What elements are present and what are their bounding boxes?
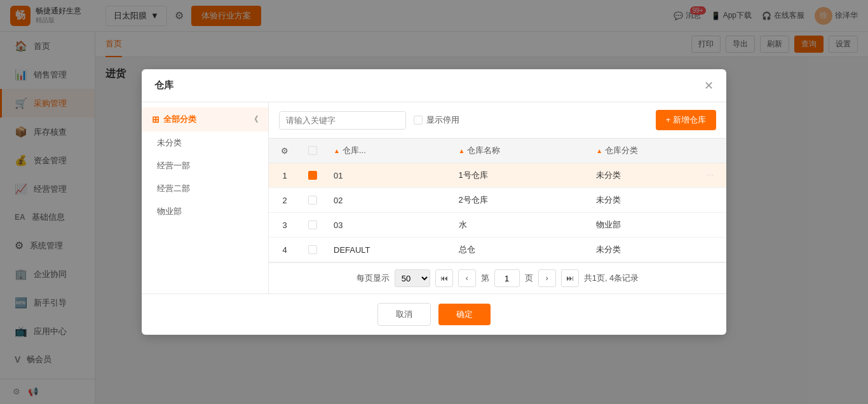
category-header-label: 全部分类 bbox=[163, 114, 196, 125]
row-category: 未分类··· bbox=[588, 163, 726, 188]
row-code: 02 bbox=[326, 188, 451, 213]
modal-footer: 取消 确定 bbox=[142, 293, 726, 335]
row-name: 2号仓库 bbox=[451, 188, 589, 213]
cat-item-uncategorized[interactable]: 未分类 bbox=[142, 131, 268, 154]
row-name: 1号仓库 bbox=[451, 163, 589, 188]
search-input[interactable] bbox=[280, 112, 399, 129]
row-code: DEFAULT bbox=[326, 238, 451, 262]
th-checkbox[interactable] bbox=[301, 138, 326, 163]
cancel-button[interactable]: 取消 bbox=[377, 303, 431, 326]
table-header-row: ⚙ ▲ 仓库... ▲ bbox=[269, 138, 726, 163]
row-checkbox-cell[interactable] bbox=[301, 163, 326, 188]
table-row[interactable]: 3 03 水 物业部 bbox=[269, 213, 726, 238]
show-disabled-checkbox[interactable] bbox=[414, 116, 423, 125]
modal-overlay: 仓库 ✕ ⊞ 全部分类 《 未分类 经营一部 经营二部 物业部 bbox=[0, 0, 868, 404]
cat-item-ops1[interactable]: 经营一部 bbox=[142, 154, 268, 177]
th-category[interactable]: ▲ 仓库分类 bbox=[588, 138, 726, 163]
search-box: 🔍 bbox=[279, 111, 406, 130]
last-page-btn[interactable]: ⏭ bbox=[561, 269, 579, 287]
sort-icon: ▲ bbox=[334, 147, 340, 154]
modal-toolbar: 🔍 显示停用 + 新增仓库 bbox=[269, 102, 726, 138]
table-row[interactable]: 1 01 1号仓库 未分类··· bbox=[269, 163, 726, 188]
sort-icon-cat: ▲ bbox=[596, 147, 602, 154]
category-sidebar: ⊞ 全部分类 《 未分类 经营一部 经营二部 物业部 bbox=[142, 102, 269, 293]
table-row[interactable]: 4 DEFAULT 总仓 未分类 bbox=[269, 238, 726, 262]
total-info: 共1页, 4条记录 bbox=[584, 273, 639, 284]
show-disabled-label: 显示停用 bbox=[426, 114, 459, 126]
pagination: 每页显示 50 20 100 ⏮ ‹ 第 页 › ⏭ 共1页, 4条记录 bbox=[269, 262, 726, 293]
confirm-button[interactable]: 确定 bbox=[438, 304, 491, 325]
modal-header: 仓库 ✕ bbox=[142, 69, 726, 102]
table-row[interactable]: 2 02 2号仓库 未分类 bbox=[269, 188, 726, 213]
row-category: 未分类 bbox=[588, 188, 726, 213]
close-icon[interactable]: ✕ bbox=[704, 80, 714, 91]
row-name: 水 bbox=[451, 213, 589, 238]
first-page-btn[interactable]: ⏮ bbox=[435, 269, 453, 287]
sort-icon-name: ▲ bbox=[459, 147, 465, 154]
grid-icon: ⊞ bbox=[152, 114, 159, 125]
row-checkbox[interactable] bbox=[308, 220, 317, 229]
row-checkbox[interactable] bbox=[308, 245, 317, 254]
row-category: 未分类 bbox=[588, 238, 726, 262]
th-settings[interactable]: ⚙ bbox=[269, 138, 301, 163]
cat-item-ops2[interactable]: 经营二部 bbox=[142, 177, 268, 200]
row-checkbox-cell[interactable] bbox=[301, 213, 326, 238]
collapse-icon[interactable]: 《 bbox=[250, 114, 258, 125]
warehouse-modal: 仓库 ✕ ⊞ 全部分类 《 未分类 经营一部 经营二部 物业部 bbox=[142, 69, 726, 335]
row-num: 2 bbox=[269, 188, 301, 213]
row-checkbox-cell[interactable] bbox=[301, 238, 326, 262]
search-button[interactable]: 🔍 bbox=[399, 112, 406, 129]
row-actions-icon[interactable]: ··· bbox=[707, 170, 714, 179]
row-checkbox[interactable] bbox=[308, 171, 317, 180]
page-suffix: 页 bbox=[525, 273, 533, 284]
cat-item-property[interactable]: 物业部 bbox=[142, 200, 268, 223]
category-header[interactable]: ⊞ 全部分类 《 bbox=[142, 107, 268, 131]
modal-title: 仓库 bbox=[154, 79, 173, 91]
row-checkbox-cell[interactable] bbox=[301, 188, 326, 213]
warehouse-table: ⚙ ▲ 仓库... ▲ bbox=[269, 138, 726, 262]
row-checkbox[interactable] bbox=[308, 196, 317, 205]
show-disabled-toggle[interactable]: 显示停用 bbox=[414, 114, 459, 126]
row-num: 1 bbox=[269, 163, 301, 188]
modal-body: ⊞ 全部分类 《 未分类 经营一部 经营二部 物业部 🔍 bbox=[142, 102, 726, 293]
row-code: 01 bbox=[326, 163, 451, 188]
page-label: 第 bbox=[481, 273, 489, 284]
modal-main: 🔍 显示停用 + 新增仓库 ⚙ bbox=[269, 102, 726, 293]
th-code[interactable]: ▲ 仓库... bbox=[326, 138, 451, 163]
next-page-btn[interactable]: › bbox=[538, 269, 556, 287]
th-name[interactable]: ▲ 仓库名称 bbox=[451, 138, 589, 163]
row-num: 3 bbox=[269, 213, 301, 238]
row-category: 物业部 bbox=[588, 213, 726, 238]
row-code: 03 bbox=[326, 213, 451, 238]
add-warehouse-btn[interactable]: + 新增仓库 bbox=[656, 110, 716, 130]
row-num: 4 bbox=[269, 238, 301, 262]
page-input[interactable] bbox=[494, 269, 520, 287]
prev-page-btn[interactable]: ‹ bbox=[458, 269, 476, 287]
per-page-select[interactable]: 50 20 100 bbox=[395, 269, 430, 287]
row-name: 总仓 bbox=[451, 238, 589, 262]
per-page-label: 每页显示 bbox=[356, 273, 390, 284]
